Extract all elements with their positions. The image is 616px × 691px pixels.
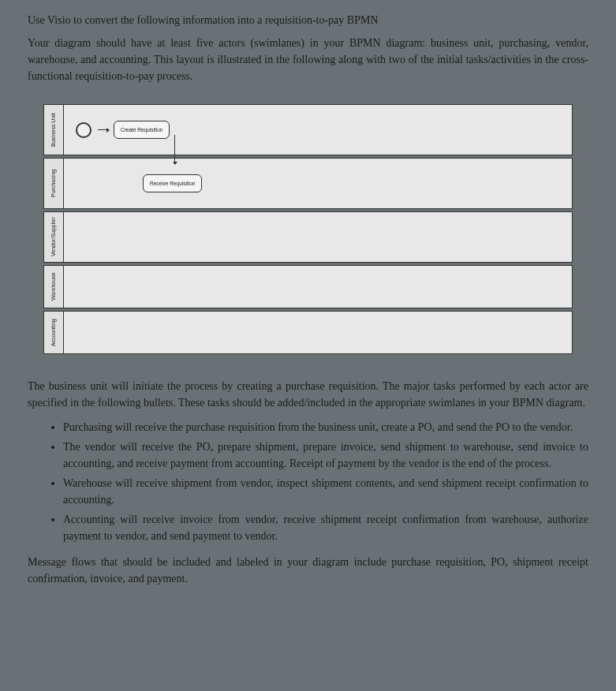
task-receive-requisition: Receive Requisition [143, 174, 202, 193]
intro-text: Use Visio to convert the following infor… [28, 12, 588, 28]
lane-label: Vendor/Supplier [43, 211, 64, 263]
lane-body: Receive Requisition [63, 158, 573, 209]
start-event-icon [76, 122, 91, 138]
task-create-requisition: Create Requisition [114, 121, 170, 140]
lane-label: Business Unit [43, 104, 64, 155]
lane-label: Purchasing [43, 158, 64, 209]
arrow-down-icon [174, 135, 175, 162]
swimlane-vendor: Vendor/Supplier [43, 211, 573, 263]
middle-paragraph: The business unit will initiate the proc… [28, 378, 588, 411]
closing-paragraph: Message flows that should be included an… [28, 554, 588, 587]
description-text: Your diagram should have at least five a… [28, 35, 588, 84]
lane-body [63, 211, 573, 263]
swimlane-warehouse: Warehouse [43, 265, 573, 308]
swimlane-accounting: Accounting [43, 311, 573, 354]
arrow-icon [98, 129, 107, 130]
swimlane-purchasing: Purchasing Receive Requisition [43, 158, 573, 209]
list-item: Purchasing will receive the purchase req… [63, 419, 588, 435]
lane-body [63, 265, 573, 308]
lane-label: Accounting [43, 311, 64, 354]
list-item: Warehouse will receive shipment from ven… [63, 475, 588, 508]
lane-body: Create Requisition [63, 104, 573, 155]
bullet-list: Purchasing will receive the purchase req… [28, 419, 588, 544]
swimlane-business-unit: Business Unit Create Requisition [43, 104, 573, 155]
list-item: The vendor will receive the PO, prepare … [63, 439, 588, 472]
lane-body [63, 311, 573, 354]
lane-label: Warehouse [43, 265, 64, 308]
list-item: Accounting will receive invoice from ven… [63, 511, 588, 544]
swimlane-diagram: Business Unit Create Requisition Purchas… [43, 104, 573, 354]
